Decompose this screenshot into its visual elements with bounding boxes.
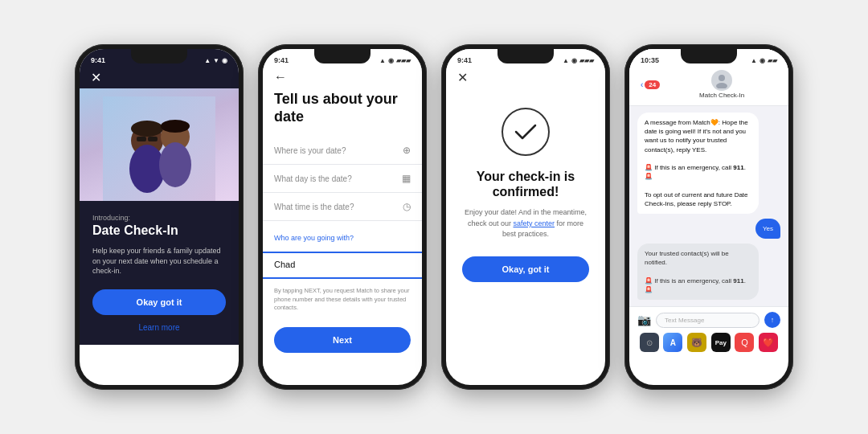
messages-header: ‹ 24 Match Check-In	[629, 67, 788, 106]
app-shortcuts: ⊙ A 🐻 Pay Q	[637, 333, 780, 352]
contact-info: Match Check-In	[666, 70, 777, 99]
contact-name: Match Check-In	[699, 92, 744, 99]
heart-icon[interactable]: ❤️	[759, 333, 778, 352]
couple-svg	[103, 96, 215, 201]
close-icon[interactable]: ✕	[91, 71, 101, 84]
unread-count-badge: 24	[645, 80, 660, 89]
time-icon: ◷	[403, 201, 411, 212]
person-value-row: Chad	[263, 253, 422, 279]
phone-4-content: 10:35 ▲ ◉ ▰▰ ‹ 24	[629, 49, 788, 357]
checkmark-icon	[502, 108, 550, 156]
camera-icon[interactable]: 📷	[637, 313, 651, 326]
couple-photo	[80, 88, 239, 201]
phone-2-screen: 9:41 ▲ ◉ ▰▰▰ ← Tell us about your date W…	[263, 49, 422, 385]
time-field[interactable]: What time is the date? ◷	[263, 193, 422, 221]
phones-container: 9:41 ▲ ▼ ◉ ✕	[67, 36, 801, 398]
feature-title: Date Check-In	[92, 223, 226, 238]
keyboard-bar: 📷 Text Message ↑ ⊙ A	[629, 306, 788, 357]
svg-point-9	[719, 75, 725, 81]
date-label: What day is the date?	[274, 174, 352, 183]
introducing-label: Introducing:	[92, 214, 226, 222]
phone-4-notch	[681, 49, 737, 63]
back-chevron-icon: ‹	[641, 80, 643, 89]
confirmed-title: Your check-in is confirmed!	[462, 169, 589, 199]
message-received-2: Your trusted contact(s) will be notified…	[637, 244, 759, 300]
back-badge[interactable]: ‹ 24	[641, 80, 660, 89]
phone-4-screen: 10:35 ▲ ◉ ▰▰ ‹ 24	[629, 49, 788, 385]
safety-center-link[interactable]: safety center	[513, 219, 555, 227]
form-title: Tell us about your date	[263, 91, 422, 137]
message-input[interactable]: Text Message	[656, 313, 760, 328]
phone-1-notch	[131, 49, 187, 63]
appstore-icon[interactable]: A	[663, 333, 682, 352]
phone-2-bottom: Next	[263, 321, 422, 372]
input-row: 📷 Text Message ↑	[637, 312, 780, 328]
phone-2-content: 9:41 ▲ ◉ ▰▰▰ ← Tell us about your date W…	[263, 49, 422, 372]
feature-description: Help keep your friends & family updated …	[92, 246, 226, 276]
messages-list: A message from Match🧡: Hope the date is …	[629, 106, 788, 306]
okay-got-it-button-2[interactable]: Okay, got it	[462, 256, 589, 282]
location-label: Where is your date?	[274, 146, 346, 155]
phone-1: 9:41 ▲ ▼ ◉ ✕	[75, 44, 244, 390]
phone-3: 9:41 ▲ ◉ ▰▰▰ ✕ Your che	[441, 44, 610, 390]
phone-3-status-icons: ▲ ◉ ▰▰▰	[563, 57, 594, 64]
person-value: Chad	[274, 260, 295, 269]
phone-4-status-icons: ▲ ◉ ▰▰	[751, 57, 777, 64]
shazam-icon[interactable]: Q	[735, 333, 754, 352]
phone-1-screen: 9:41 ▲ ▼ ◉ ✕	[80, 49, 239, 385]
svg-point-5	[131, 121, 163, 137]
svg-point-10	[716, 83, 727, 88]
date-field[interactable]: What day is the date? ▦	[263, 165, 422, 193]
message-sent-1: Yes	[755, 219, 780, 239]
phone-2-header: ←	[263, 67, 422, 91]
okay-got-it-button[interactable]: Okay got it	[92, 289, 226, 315]
confirmation-content: Your check-in is confirmed! Enjoy your d…	[446, 92, 605, 306]
phone-3-header: ✕	[446, 67, 605, 92]
svg-point-6	[161, 120, 190, 133]
phone-2-status-icons: ▲ ◉ ▰▰▰	[379, 57, 411, 64]
time-label: What time is the date?	[274, 203, 354, 211]
phone-3-notch	[497, 49, 554, 63]
phone-2-time: 9:41	[274, 56, 289, 64]
close-icon[interactable]: ✕	[457, 71, 468, 84]
person-label: Who are you going with?	[274, 234, 354, 242]
send-button[interactable]: ↑	[764, 312, 780, 328]
phone-4: 10:35 ▲ ◉ ▰▰ ‹ 24	[624, 44, 793, 390]
phone-4-time: 10:35	[641, 56, 659, 64]
confirmed-description: Enjoy your date! And in the meantime, ch…	[462, 207, 589, 240]
location-icon: ⊕	[403, 145, 411, 156]
form-disclaimer: By tapping NEXT, you request Match to sh…	[263, 279, 422, 321]
learn-more-link[interactable]: Learn more	[92, 323, 226, 332]
hero-image	[80, 88, 239, 201]
svg-rect-8	[148, 137, 158, 141]
phone-3-screen: 9:41 ▲ ◉ ▰▰▰ ✕ Your che	[446, 49, 605, 385]
phone-1-header: ✕	[80, 67, 239, 88]
person-field[interactable]: Who are you going with?	[263, 221, 422, 253]
emoji-icon[interactable]: 🐻	[687, 333, 706, 352]
location-field[interactable]: Where is your date? ⊕	[263, 137, 422, 165]
contact-avatar	[711, 70, 732, 91]
calendar-icon: ▦	[402, 173, 411, 184]
message-received-1: A message from Match🧡: Hope the date is …	[637, 113, 759, 214]
next-button[interactable]: Next	[274, 327, 411, 353]
svg-rect-7	[137, 137, 146, 141]
phone-1-content: 9:41 ▲ ▼ ◉ ✕	[80, 49, 239, 345]
phone-1-main: Introducing: Date Check-In Help keep you…	[80, 201, 239, 345]
apple-pay-icon[interactable]: Pay	[711, 333, 731, 352]
phone-1-time: 9:41	[91, 56, 105, 64]
phone-3-time: 9:41	[457, 56, 472, 64]
phone-1-status-icons: ▲ ▼ ◉	[204, 57, 227, 64]
svg-point-4	[159, 142, 191, 187]
camera-app-icon[interactable]: ⊙	[640, 333, 659, 352]
phone-3-content: 9:41 ▲ ◉ ▰▰▰ ✕ Your che	[446, 49, 605, 306]
phone-2-notch	[314, 49, 371, 63]
phone-2: 9:41 ▲ ◉ ▰▰▰ ← Tell us about your date W…	[258, 44, 427, 390]
back-arrow-icon[interactable]: ←	[274, 70, 287, 84]
